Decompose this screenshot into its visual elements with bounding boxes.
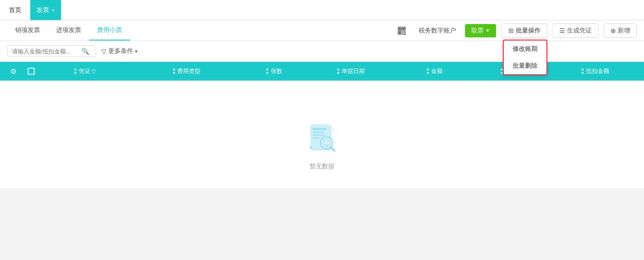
svg-rect-13 — [404, 34, 406, 35]
more-conditions-label: 更多条件 — [108, 47, 133, 55]
search-input[interactable] — [12, 48, 79, 55]
svg-rect-5 — [399, 32, 401, 33]
batch-op-icon: ⊞ — [508, 27, 514, 35]
new-button[interactable]: ⊕ 新增 — [604, 24, 637, 38]
nav-tab-label: 发票 — [37, 6, 49, 14]
dropdown-item-modify-period[interactable]: 修改账期 — [504, 41, 546, 57]
svg-rect-18 — [312, 131, 323, 133]
new-label: 新增 — [618, 27, 630, 35]
table-header: ⚙ ▲▼ 凭证 ▽ ▲▼ 费用类型 ▲▼ 张数 ▲▼ 单据日期 ▲▼ 金额 ▲▼… — [0, 62, 644, 81]
empty-icon: ✦ ✦ ✦ — [300, 116, 344, 156]
gen-voucher-label: 生成凭证 — [567, 27, 592, 35]
svg-text:✦: ✦ — [335, 133, 337, 136]
filter-icon: ▽ — [102, 48, 106, 55]
svg-rect-19 — [312, 134, 325, 136]
tab-expense[interactable]: 费用小票 — [89, 20, 130, 41]
sub-tabs-left: 销项发票 进项发票 费用小票 — [7, 20, 130, 41]
th-amount: ▲▼ 金额 — [396, 67, 473, 75]
tab-purchase[interactable]: 进项发票 — [48, 20, 89, 41]
tab-sales[interactable]: 销项发票 — [7, 20, 48, 41]
th-amount-sort-icon: ▲▼ — [426, 67, 430, 75]
new-icon: ⊕ — [611, 27, 616, 34]
sub-tabs-right: 税务数字账户 取票 ▼ ⊞ 批量操作 修改账期 批量删除 ☰ 生成凭证 ⊕ 新增 — [394, 24, 637, 38]
th-checkbox[interactable] — [23, 68, 39, 75]
batch-op-label: 批量操作 — [516, 27, 541, 35]
svg-rect-7 — [404, 31, 404, 32]
th-expense-type-sort-icon: ▲▼ — [172, 67, 176, 75]
search-input-wrap[interactable]: 🔍 — [7, 45, 96, 57]
svg-rect-9 — [404, 32, 404, 33]
empty-state: ✦ ✦ ✦ 暂无数据 — [0, 81, 644, 188]
th-date: ▲▼ 单据日期 — [305, 67, 396, 75]
take-ticket-label: 取票 — [471, 27, 484, 35]
more-conditions-button[interactable]: ▽ 更多条件 ▾ — [102, 47, 138, 55]
th-count-sort-icon: ▲▼ — [265, 67, 269, 75]
sub-tabs-bar: 销项发票 进项发票 费用小票 — [0, 20, 644, 41]
th-settings[interactable]: ⚙ — [4, 67, 23, 76]
svg-rect-3 — [403, 28, 405, 29]
nav-tab-invoice[interactable]: 发票 × — [30, 0, 61, 20]
svg-rect-6 — [402, 31, 403, 32]
svg-rect-10 — [405, 31, 406, 32]
svg-rect-17 — [312, 128, 326, 130]
top-nav: 首页 发票 × — [0, 0, 644, 20]
empty-text: 暂无数据 — [310, 162, 334, 171]
nav-home[interactable]: 首页 — [0, 0, 30, 20]
batch-op-dropdown: 修改账期 批量删除 — [503, 40, 547, 75]
svg-rect-11 — [405, 32, 406, 33]
gen-voucher-icon: ☰ — [559, 27, 565, 34]
th-amount-label: 金额 — [431, 67, 443, 75]
checkbox-icon — [28, 68, 35, 75]
qr-icon — [397, 26, 406, 35]
svg-point-25 — [327, 142, 328, 143]
batch-op-button[interactable]: ⊞ 批量操作 — [501, 24, 547, 38]
th-count: ▲▼ 张数 — [243, 67, 305, 75]
th-deduct-amount-sort-icon: ▲▼ — [581, 67, 585, 75]
th-date-label: 单据日期 — [342, 67, 365, 75]
tax-account-button[interactable]: 税务数字账户 — [415, 25, 460, 37]
th-voucher-label: 凭证 — [79, 67, 90, 75]
svg-point-22 — [323, 139, 330, 147]
svg-rect-12 — [402, 34, 403, 35]
svg-point-24 — [325, 142, 326, 143]
th-count-label: 张数 — [271, 67, 282, 75]
search-icon: 🔍 — [82, 48, 89, 55]
th-voucher-extra-icon: ▽ — [92, 68, 96, 75]
filter-bar: 🔍 ▽ 更多条件 ▾ — [0, 41, 644, 62]
take-ticket-arrow: ▼ — [485, 28, 490, 33]
th-deduct-amount: ▲▼ 抵扣金额 — [550, 67, 640, 75]
settings-icon: ⚙ — [10, 67, 16, 76]
svg-text:✦: ✦ — [332, 127, 335, 132]
th-expense-type-label: 费用类型 — [177, 67, 200, 75]
th-voucher: ▲▼ 凭证 ▽ — [39, 67, 130, 75]
th-deduct-amount-label: 抵扣金额 — [586, 67, 609, 75]
chevron-down-icon: ▾ — [135, 49, 138, 54]
svg-rect-8 — [402, 32, 403, 33]
dropdown-item-batch-delete[interactable]: 批量删除 — [504, 57, 546, 74]
take-ticket-button[interactable]: 取票 ▼ — [465, 24, 496, 37]
th-date-sort-icon: ▲▼ — [336, 67, 340, 75]
svg-text:✦: ✦ — [330, 124, 333, 127]
svg-rect-20 — [312, 138, 320, 139]
th-expense-type: ▲▼ 费用类型 — [130, 67, 242, 75]
nav-tab-close[interactable]: × — [52, 7, 55, 13]
qr-icon-button[interactable] — [394, 24, 410, 37]
svg-rect-1 — [399, 28, 401, 29]
gen-voucher-button[interactable]: ☰ 生成凭证 — [553, 24, 599, 38]
th-voucher-sort-icon: ▲▼ — [73, 67, 77, 75]
batch-op-container: ⊞ 批量操作 修改账期 批量删除 — [501, 24, 547, 38]
